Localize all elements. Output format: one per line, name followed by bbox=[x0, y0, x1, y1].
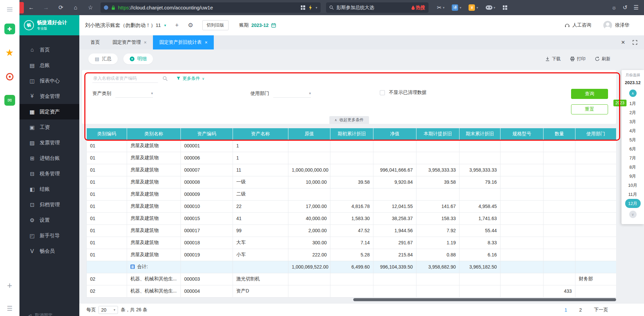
sidebar-item-trade[interactable]: ⊞进销台账 bbox=[19, 150, 79, 166]
web-search-box[interactable]: 彭斯参加总统大选 热搜 bbox=[326, 2, 429, 13]
table-row[interactable]: 01房屋及建筑物000009二级 bbox=[87, 188, 616, 200]
hide-cleared-checkbox[interactable] bbox=[380, 90, 385, 95]
asset-category-select[interactable]: ▾ bbox=[115, 90, 153, 98]
horizontal-scrollbar[interactable] bbox=[353, 298, 616, 301]
department-select[interactable]: ▾ bbox=[273, 90, 311, 98]
total-row[interactable]: 合计:1,000,069,522.006,499.60996,104,339.5… bbox=[87, 261, 616, 273]
table-row[interactable]: 02机器、机械和其他生...000004资产D433 bbox=[87, 285, 616, 297]
qr-grid-icon[interactable] bbox=[301, 5, 305, 10]
back-icon[interactable]: ← bbox=[26, 2, 36, 13]
next-page-button[interactable]: 下一页 bbox=[594, 307, 608, 313]
table-row[interactable]: 01房屋及建筑物000019小车222.005.28215.840.886.16 bbox=[87, 249, 616, 261]
scroll-down-icon[interactable]: ∨ bbox=[629, 211, 637, 218]
fullscreen-icon[interactable] bbox=[633, 40, 637, 45]
month-2月[interactable]: 2月 bbox=[621, 108, 644, 117]
sidebar-item-invoice[interactable]: ▨发票管理 bbox=[19, 135, 79, 150]
sidebar-item-settings[interactable]: ⚙设置 bbox=[19, 212, 79, 228]
add-account-button[interactable]: + bbox=[175, 22, 179, 29]
list-icon[interactable]: ☰ bbox=[4, 303, 15, 314]
page-2[interactable]: 2 bbox=[579, 307, 582, 313]
sidebar-item-fund[interactable]: ¥资金管理 bbox=[19, 89, 79, 104]
month-8月[interactable]: 8月 bbox=[621, 163, 644, 172]
home-icon[interactable]: ⌂ bbox=[71, 2, 81, 13]
sidebar-item-closing[interactable]: ◧结账 bbox=[19, 181, 79, 197]
asset-search-input[interactable] bbox=[92, 74, 158, 83]
reset-button[interactable]: 重置 bbox=[571, 104, 608, 114]
table-row[interactable]: 01房屋及建筑物0000102217,000.004,816.7812,041.… bbox=[87, 200, 616, 212]
forward-icon[interactable]: → bbox=[41, 2, 51, 13]
account-switcher[interactable]: 刘小艳演示账套（勿删勿动！）11 ▾ bbox=[85, 22, 166, 29]
sidebar-unpin[interactable]: ⊲ 取消固定 bbox=[28, 312, 52, 316]
games-icon[interactable]: ▾ bbox=[483, 2, 498, 13]
theme-icon[interactable]: ☼ bbox=[611, 4, 617, 11]
collapse-conditions-button[interactable]: ∧ 收起更多条件 bbox=[329, 116, 369, 124]
add-icon[interactable]: + bbox=[4, 280, 15, 291]
month-10月[interactable]: 10月 bbox=[621, 181, 644, 190]
tab-close-icon[interactable]: × bbox=[205, 40, 207, 45]
month-3月[interactable]: 3月 bbox=[621, 117, 644, 126]
menu-icon[interactable]: ☰ bbox=[634, 4, 639, 11]
hot-search-badge[interactable]: 热搜 bbox=[411, 5, 425, 11]
search-query[interactable]: 彭斯参加总统大选 bbox=[336, 5, 374, 11]
sidebar-item-member[interactable]: Ⅴ畅会员 bbox=[19, 243, 79, 259]
sidebar-item-asset[interactable]: ▦固定资产 bbox=[19, 104, 79, 119]
sidebar-item-tax[interactable]: ⊟税务管理 bbox=[19, 166, 79, 181]
print-button[interactable]: 打印 bbox=[570, 56, 586, 62]
sidebar-item-salary[interactable]: ▣工资 bbox=[19, 119, 79, 135]
sidebar-item-ledger[interactable]: ▤总账 bbox=[19, 58, 79, 73]
lightning-icon[interactable] bbox=[309, 5, 312, 10]
apps-grid-icon[interactable] bbox=[500, 2, 510, 13]
month-11月[interactable]: 11月 bbox=[621, 190, 644, 199]
detail-view-button[interactable]: 明细 bbox=[123, 54, 153, 64]
month-6月[interactable]: 6月 bbox=[621, 144, 644, 153]
scroll-up-icon[interactable]: ∧ bbox=[629, 90, 637, 97]
tab-close-icon[interactable]: × bbox=[144, 40, 147, 45]
month-9月[interactable]: 9月 bbox=[621, 172, 644, 181]
more-conditions-toggle[interactable]: 更多条件 ∨ bbox=[176, 75, 204, 81]
tab-固定资产折旧统计表[interactable]: 固定资产折旧统计表× bbox=[153, 35, 214, 49]
tab-固定资产管理[interactable]: 固定资产管理× bbox=[106, 35, 153, 49]
address-bar[interactable]: https://cloud.chanjet.com/accounting/uw1… bbox=[100, 2, 321, 13]
favorites-star-icon[interactable]: ★ bbox=[4, 47, 15, 58]
table-row[interactable]: 01房屋及建筑物000017992,000.0047.521,944.567.9… bbox=[87, 224, 616, 237]
support-link[interactable]: 人工咨询 bbox=[565, 22, 591, 28]
table-row[interactable]: 01房屋及建筑物000007111,000,000,000.00996,041,… bbox=[87, 164, 616, 176]
panel-lines-icon[interactable] bbox=[4, 4, 15, 15]
translate-icon[interactable]: 译▾ bbox=[449, 2, 464, 13]
mail-icon[interactable]: ✉ bbox=[4, 95, 15, 106]
page-1[interactable]: 1 bbox=[564, 307, 567, 313]
table-row[interactable]: 01房屋及建筑物000018大车300.007.14291.671.198.33 bbox=[87, 237, 616, 249]
scissors-screenshot-icon[interactable]: ✂▾ bbox=[434, 2, 447, 13]
quick-app-icon[interactable]: ✚ bbox=[4, 24, 15, 34]
table-row[interactable]: 01房屋及建筑物0000154140,000.001,583.3038,258.… bbox=[87, 212, 616, 224]
weibo-icon[interactable] bbox=[4, 71, 15, 82]
month-4月[interactable]: 4月 bbox=[621, 126, 644, 135]
sidebar-item-archive[interactable]: ⊡归档管理 bbox=[19, 197, 79, 212]
table-row[interactable]: 01房屋及建筑物0000011 bbox=[87, 140, 616, 152]
month-7月[interactable]: 7月 bbox=[621, 153, 644, 163]
table-row[interactable]: 02机器、机械和其他生...000003激光切割机财务部 bbox=[87, 273, 616, 285]
sidebar-item-guide[interactable]: ◰新手引导 bbox=[19, 228, 79, 243]
sidebar-item-report[interactable]: ◫报表中心 bbox=[19, 73, 79, 89]
per-page-select[interactable]: 20 ▾ bbox=[98, 306, 118, 314]
month-12月[interactable]: 12月 bbox=[625, 199, 641, 208]
table-row[interactable]: 01房屋及建筑物0000061 bbox=[87, 152, 616, 164]
query-button[interactable]: 查询 bbox=[571, 89, 608, 99]
chevron-down-icon[interactable]: ▾ bbox=[316, 6, 317, 9]
redpacket-icon[interactable]: ¥▾ bbox=[466, 2, 481, 13]
reload-icon[interactable]: ⟳ bbox=[56, 2, 66, 13]
search-icon[interactable] bbox=[163, 76, 168, 81]
sidebar-item-home[interactable]: ⌂首页 bbox=[19, 42, 79, 58]
tab-首页[interactable]: 首页 bbox=[84, 35, 106, 49]
favorite-icon[interactable]: ☆ bbox=[85, 2, 95, 13]
download-button[interactable]: 下载 bbox=[545, 56, 561, 62]
refresh-button[interactable]: 刷新 bbox=[595, 56, 610, 62]
summary-view-button[interactable]: ▤ 汇总 bbox=[88, 54, 118, 64]
undo-icon[interactable]: ↺ bbox=[623, 4, 628, 11]
user-menu[interactable]: 徐泽华 bbox=[603, 21, 629, 30]
accounting-period[interactable]: 账期 2023-12 bbox=[239, 22, 276, 28]
close-all-tabs-icon[interactable]: ✕ bbox=[621, 39, 625, 45]
gear-icon[interactable]: ⚙ bbox=[188, 22, 193, 29]
switch-old-version-button[interactable]: 切到旧版 bbox=[202, 20, 229, 30]
table-row[interactable]: 01房屋及建筑物000008一级10,000.0039.589,920.8439… bbox=[87, 176, 616, 188]
